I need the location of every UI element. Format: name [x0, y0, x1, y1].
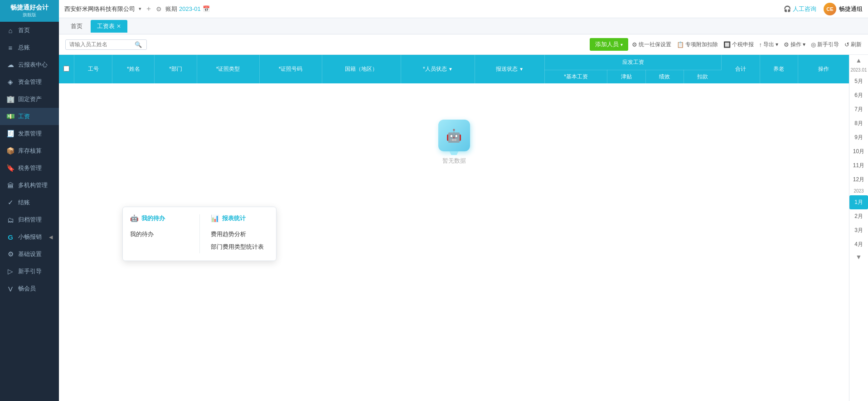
sidebar-item-fund[interactable]: ◈ 资金管理: [0, 73, 59, 91]
ops-header: 操作: [798, 55, 849, 83]
sidebar-item-settlement[interactable]: ✓ 结账: [0, 194, 59, 211]
empty-state: 🤖 暂无数据: [59, 83, 849, 201]
month-5[interactable]: 5月: [849, 74, 868, 88]
nationality-header: 国籍（地区）: [322, 55, 401, 83]
sidebar-item-multi-org[interactable]: 🏛 多机构管理: [0, 177, 59, 194]
checkbox-header[interactable]: [59, 55, 74, 83]
month-12[interactable]: 12月: [849, 173, 868, 187]
month-3[interactable]: 3月: [849, 223, 868, 237]
month-7[interactable]: 7月: [849, 102, 868, 116]
month-2[interactable]: 2月: [849, 209, 868, 223]
search-input[interactable]: [69, 41, 133, 48]
sidebar-item-label: 库存核算: [18, 147, 42, 155]
sidebar: 畅捷通好会计 旗舰版 ⌂ 首页 ≡ 总账 ☁ 云报表中心 ◈ 资金管理 🏢 固定…: [0, 0, 59, 401]
export-button[interactable]: ↑ 导出 ▾: [759, 41, 779, 48]
month-11[interactable]: 11月: [849, 159, 868, 173]
company-dropdown-arrow[interactable]: ▾: [139, 6, 141, 12]
add-company-button[interactable]: ＋: [145, 4, 152, 14]
refresh-icon: ↺: [844, 41, 849, 48]
panel-down-arrow[interactable]: ▼: [854, 251, 864, 262]
company-settings-icon[interactable]: ⚙: [156, 5, 162, 13]
sidebar-item-label: 税务管理: [18, 164, 42, 172]
sidebar-item-tax[interactable]: 🔖 税务管理: [0, 159, 59, 177]
sidebar-item-ledger[interactable]: ≡ 总账: [0, 39, 59, 56]
special-deduct-icon: 📋: [677, 41, 684, 48]
inventory-icon: 📦: [6, 147, 15, 155]
month-6[interactable]: 6月: [849, 88, 868, 102]
sidebar-item-label: 资金管理: [18, 78, 42, 86]
popup-menu: 🤖 我的待办 我的待办 📊 报表统计 费用趋势分析 部门费用类型统计表: [122, 207, 276, 261]
period-text: 账期: [165, 5, 177, 13]
sidebar-item-fixed-assets[interactable]: 🏢 固定资产: [0, 91, 59, 108]
sidebar-item-cloud-report[interactable]: ☁ 云报表中心: [0, 56, 59, 73]
user-menu[interactable]: CE 畅捷通组: [824, 3, 863, 15]
xiao-chang-icon: G: [6, 233, 15, 241]
popup-report-item-1[interactable]: 费用趋势分析: [211, 228, 269, 241]
sidebar-item-xiao-chang[interactable]: G 小畅报销 ◀: [0, 228, 59, 246]
toolbar-actions: ⚙ 统一社保设置 📋 专项附加扣除 🔲 个税申报 ↑ 导出 ▾ ⚙: [632, 41, 862, 48]
sidebar-item-label: 云报表中心: [18, 61, 48, 69]
special-deduct-button[interactable]: 📋 专项附加扣除: [677, 41, 718, 48]
search-icon: 🔍: [135, 41, 142, 48]
panel-up-arrow[interactable]: ▲: [854, 55, 864, 66]
sidebar-item-invoice[interactable]: 🧾 发票管理: [0, 125, 59, 142]
sidebar-item-label: 工资: [18, 112, 30, 121]
sidebar-item-salary[interactable]: 💵 工资: [0, 108, 59, 125]
add-person-button[interactable]: 添加人员 ▾: [590, 38, 628, 51]
popup-col-report: 📊 报表统计 费用趋势分析 部门费用类型统计表: [211, 214, 269, 253]
calendar-icon[interactable]: 📅: [203, 5, 210, 12]
period-label: 账期 2023-01 📅: [165, 5, 210, 13]
cloud-icon: ☁: [6, 61, 15, 69]
sidebar-item-basic-settings[interactable]: ⚙ 基础设置: [0, 246, 59, 263]
sidebar-item-label: 发票管理: [18, 130, 42, 138]
sidebar-item-label: 结账: [18, 198, 30, 207]
new-guide-button[interactable]: ◎ 新手引导: [811, 41, 839, 48]
right-month-panel: ▲ 2023.01 5月 6月 7月 8月 9月 10月 11月 12月 202…: [849, 55, 868, 401]
performance-header: 绩效: [645, 70, 684, 84]
select-all-checkbox[interactable]: [63, 66, 69, 72]
reportstatus-filter-icon[interactable]: ▼: [519, 67, 524, 72]
empid-header: 工号: [74, 55, 112, 83]
service-button[interactable]: 🎧 人工咨询: [784, 5, 816, 13]
popup-todo-title: 🤖 我的待办: [130, 214, 189, 222]
operations-icon: ⚙: [784, 41, 789, 48]
empty-label: 暂无数据: [442, 157, 466, 165]
add-person-dropdown-arrow: ▾: [621, 42, 623, 47]
sidebar-item-archive[interactable]: 🗂 归档管理: [0, 211, 59, 228]
idtype-header: *证照类型: [197, 55, 259, 83]
sidebar-item-inventory[interactable]: 📦 库存核算: [0, 142, 59, 159]
todo-icon: 🤖: [130, 214, 139, 222]
tab-salary[interactable]: 工资表 ✕: [91, 20, 127, 33]
popup-report-item-2[interactable]: 部门费用类型统计表: [211, 241, 269, 253]
month-8[interactable]: 8月: [849, 116, 868, 130]
sidebar-item-label: 小畅报销: [18, 233, 42, 241]
popup-todo-item[interactable]: 我的待办: [130, 228, 189, 241]
salary-icon: 💵: [6, 112, 15, 121]
popup-col-todo: 🤖 我的待办 我的待办: [130, 214, 189, 253]
sidebar-item-label: 固定资产: [18, 95, 42, 103]
app-subtitle: 旗舰版: [23, 12, 36, 18]
home-icon: ⌂: [6, 27, 15, 34]
tab-close-icon[interactable]: ✕: [116, 23, 121, 29]
tab-home[interactable]: 首页: [64, 20, 89, 33]
month-9[interactable]: 9月: [849, 130, 868, 145]
sidebar-item-vip[interactable]: V 畅会员: [0, 280, 59, 297]
month-10[interactable]: 10月: [849, 145, 868, 159]
social-security-button[interactable]: ⚙ 统一社保设置: [632, 41, 671, 48]
search-box[interactable]: 🔍: [65, 39, 147, 50]
total-header: 合计: [722, 55, 760, 83]
month-4[interactable]: 4月: [849, 237, 868, 251]
topbar-right: 🎧 人工咨询 CE 畅捷通组: [784, 3, 863, 15]
popup-report-title: 📊 报表统计: [211, 214, 269, 222]
month-1[interactable]: 1月: [849, 195, 868, 209]
refresh-button[interactable]: ↺ 刷新: [844, 41, 862, 48]
idno-header: *证照号码: [259, 55, 322, 83]
personal-tax-icon: 🔲: [723, 41, 731, 48]
popup-divider: [199, 214, 200, 253]
sidebar-item-home[interactable]: ⌂ 首页: [0, 22, 59, 39]
operations-button[interactable]: ⚙ 操作 ▾: [784, 41, 805, 48]
sidebar-item-guide[interactable]: ▷ 新手引导: [0, 263, 59, 280]
sidebar-item-label: 基础设置: [18, 250, 42, 258]
personal-tax-button[interactable]: 🔲 个税申报: [723, 41, 754, 48]
filter-icon[interactable]: ▼: [448, 67, 453, 72]
